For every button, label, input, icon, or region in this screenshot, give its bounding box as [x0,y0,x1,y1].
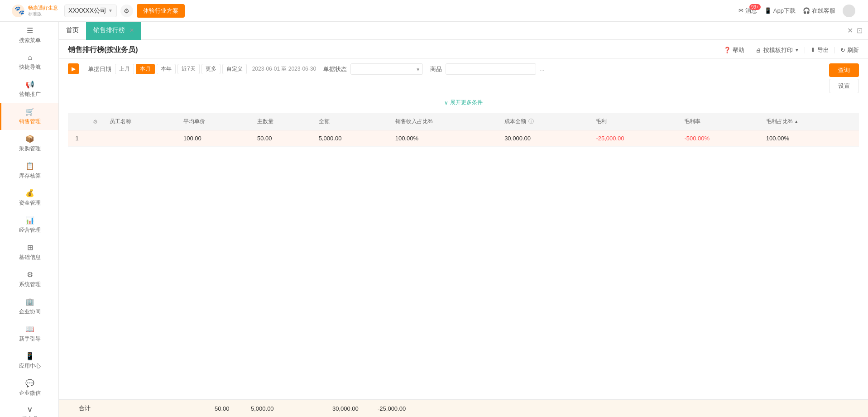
header-divider2 [805,47,805,53]
header-divider [750,47,750,53]
sidebar-item-inventory[interactable]: 📋 库存核算 [0,157,58,184]
expand-down-icon: ∨ [444,100,448,106]
sidebar-item-enterprise[interactable]: 🏢 企业协同 [0,293,58,320]
footer-label: 合计 [73,404,173,412]
top-bar-right: ✉ 消息 99+ 📱 App下载 🎧 在线客服 [739,5,863,17]
sidebar-item-finance[interactable]: 💰 资金管理 [0,184,58,211]
sidebar-item-quick-nav[interactable]: ⌂ 快捷导航 [0,49,58,76]
status-filter-item: 单据状态 [323,63,423,75]
col-gross-rate-header: 毛利率 [679,113,760,130]
col-gross-pct-header: 毛利占比% ▲ [761,113,859,130]
filter-setting-button[interactable]: 设置 [829,79,859,93]
online-service-label: 在线客服 [812,7,835,15]
filter-action-buttons: 查询 设置 [829,63,859,93]
sidebar-item-guide[interactable]: 📖 新手引导 [0,320,58,347]
page-title: 销售排行榜(按业务员) [68,45,138,55]
status-select[interactable] [350,63,423,75]
gross-pct-sort-icon[interactable]: ▲ [794,119,799,124]
app-download-button[interactable]: 📱 App下载 [764,7,796,15]
tab-sales-ranking[interactable]: 销售排行榜 ✕ [86,22,141,40]
more-conditions-link[interactable]: ... [540,66,544,72]
headset-icon: 🎧 [803,7,810,14]
tab-close-all-icon[interactable]: ✕ [847,26,853,35]
mobile-icon: 📱 [764,7,772,14]
app-download-label: App下载 [773,7,796,15]
sidebar-item-sales[interactable]: 🛒 销售管理 [0,103,58,130]
sidebar-item-search[interactable]: ☰ 搜索菜单 [0,22,58,49]
sidebar-item-member[interactable]: V 畅会员 [0,402,58,417]
expand-conditions-button[interactable]: ∨ 展开更多条件 [442,97,484,108]
col-rank-header [68,113,86,130]
main-content: 销售排行榜(按业务员) ❓ 帮助 🖨 按模板打印 ▼ [59,40,868,417]
company-name: XXXXXX公司 [68,7,106,15]
app-center-icon: 📱 [25,352,34,360]
goods-input[interactable] [446,63,536,75]
print-dropdown-icon: ▼ [795,48,799,53]
svg-text:🐾: 🐾 [14,5,25,15]
company-selector[interactable]: XXXXXX公司 ▼ [64,5,117,17]
header-divider3 [834,47,835,53]
cell-rank: 1 [68,130,86,147]
cell-sales-pct: 100.00% [390,130,499,147]
member-icon: V [28,406,32,413]
operation-icon: 📊 [25,216,34,225]
cell-qty: 50.00 [252,130,313,147]
export-button[interactable]: ⬇ 导出 [810,46,829,54]
table-row: 1 100.00 50.00 5,000.00 100.00% 30,000.0… [68,130,859,147]
filter-row-1: 单据日期 上月 本月 本年 近7天 更多 自定义 [88,63,822,75]
date-range-display: 2023-06-01 至 2023-06-30 [252,65,316,73]
cell-gross: -25,000.00 [590,130,679,147]
tab-close-icon[interactable]: ✕ [129,27,134,34]
date-filter-item: 单据日期 上月 本月 本年 近7天 更多 自定义 [88,64,316,74]
sales-ranking-table: ⚙ 员工名称 平均单价 主数量 全额 销售收入占比% 成本全额 ⓘ 毛利 毛利率… [68,113,859,147]
filter-toggle-btn[interactable]: ▶ [68,63,79,74]
settings-button[interactable]: ⚙ [120,5,133,17]
tab-restore-icon[interactable]: ⊡ [857,26,863,35]
filter-left: 单据日期 上月 本月 本年 近7天 更多 自定义 [88,63,822,75]
top-bar: 🐾 畅康通好生意 标准版 XXXXXX公司 ▼ ⚙ 体验行业方案 ✉ 消息 99… [0,0,868,22]
sidebar-item-system[interactable]: ⚙ 系统管理 [0,266,58,293]
sidebar-item-wechat[interactable]: 💬 企业微信 [0,374,58,402]
period-more[interactable]: 更多 [201,64,221,74]
cell-gross-rate: -500.00% [679,130,760,147]
search-order-icon: ☰ [27,26,33,35]
footer-gross: -25,000.00 [372,405,417,412]
print-icon: 🖨 [756,47,762,53]
query-button[interactable]: 查询 [829,63,859,77]
message-icon: ✉ [739,7,743,14]
sidebar-item-operation[interactable]: 📊 经营管理 [0,211,58,239]
cell-gross-pct: 100.00% [761,130,859,147]
filter-area: ▶ 单据日期 上月 本月 本年 [59,59,868,113]
system-icon: ⚙ [27,270,33,279]
refresh-button[interactable]: ↻ 刷新 [840,46,859,54]
col-settings-header[interactable]: ⚙ [86,113,104,130]
sidebar: ☰ 搜索菜单 ⌂ 快捷导航 📢 营销推广 🛒 销售管理 📦 采购管理 📋 库 [0,22,59,417]
sidebar-item-app-center[interactable]: 📱 应用中心 [0,347,58,374]
period-last-month[interactable]: 上月 [115,64,134,74]
period-current-year[interactable]: 本年 [157,64,176,74]
template-print-button[interactable]: 🖨 按模板打印 ▼ [756,46,799,54]
inventory-icon: 📋 [25,162,34,170]
cost-info-icon[interactable]: ⓘ [528,118,534,125]
col-amount-header: 全额 [313,113,390,130]
finance-icon: 💰 [25,189,34,197]
tab-home[interactable]: 首页 [59,22,86,40]
sidebar-item-basic[interactable]: ⊞ 基础信息 [0,239,58,266]
col-qty-header: 主数量 [252,113,313,130]
period-custom[interactable]: 自定义 [222,64,247,74]
goods-filter-item: 商品 ... [430,63,544,75]
sidebar-item-purchase[interactable]: 📦 采购管理 [0,130,58,157]
date-label: 单据日期 [88,65,111,73]
help-button[interactable]: ❓ 帮助 [724,46,744,54]
marketing-icon: 📢 [25,80,34,89]
logo-text: 畅康通好生意 标准版 [28,5,58,17]
sidebar-item-marketing[interactable]: 📢 营销推广 [0,76,58,103]
company-dropdown-arrow: ▼ [108,8,113,13]
user-avatar[interactable] [843,5,855,17]
message-button[interactable]: ✉ 消息 99+ [739,7,757,15]
try-industry-button[interactable]: 体验行业方案 [137,4,185,18]
col-sales-pct-header: 销售收入占比% [390,113,499,130]
online-service-button[interactable]: 🎧 在线客服 [803,7,835,15]
period-current-month[interactable]: 本月 [136,64,155,74]
period-7days[interactable]: 近7天 [177,64,200,74]
